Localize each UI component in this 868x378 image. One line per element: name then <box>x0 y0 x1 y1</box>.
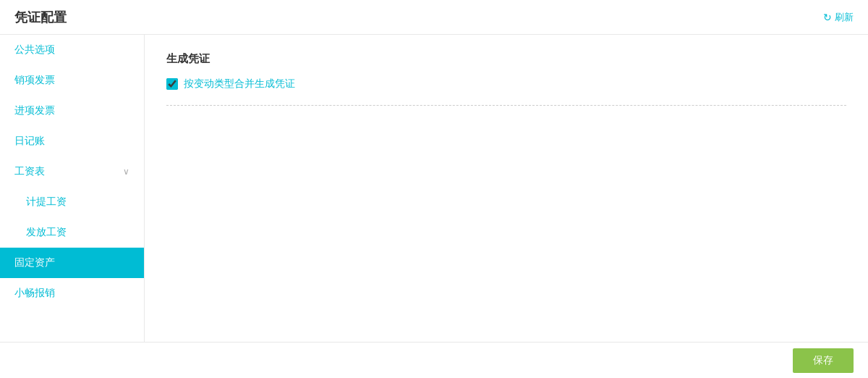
merge-by-type-checkbox[interactable] <box>166 78 178 90</box>
sidebar-label-payroll-distribute: 发放工资 <box>26 226 67 239</box>
refresh-label: 刷新 <box>835 11 854 24</box>
main-layout: 公共选项销项发票进项发票日记账工资表∨计提工资发放工资固定资产小畅报销 生成凭证… <box>0 35 868 342</box>
header: 凭证配置 ↻ 刷新 <box>0 0 868 35</box>
sidebar-label-journal: 日记账 <box>14 135 45 148</box>
sidebar-label-fixed-assets: 固定资产 <box>14 256 55 269</box>
sidebar-item-sales-invoice[interactable]: 销项发票 <box>0 65 144 96</box>
refresh-icon: ↻ <box>823 12 832 23</box>
sidebar-label-purchase-invoice: 进项发票 <box>14 104 55 117</box>
sidebar-item-payroll-commission[interactable]: 计提工资 <box>0 187 144 217</box>
sidebar-item-purchase-invoice[interactable]: 进项发票 <box>0 96 144 126</box>
sidebar-label-expense-report: 小畅报销 <box>14 287 55 300</box>
sidebar-label-sales-invoice: 销项发票 <box>14 74 55 87</box>
sidebar-item-journal[interactable]: 日记账 <box>0 126 144 156</box>
sidebar-item-expense-report[interactable]: 小畅报销 <box>0 278 144 308</box>
section-title: 生成凭证 <box>166 52 846 66</box>
sidebar-item-payroll-table[interactable]: 工资表∨ <box>0 156 144 187</box>
chevron-down-icon: ∨ <box>123 167 129 177</box>
refresh-button[interactable]: ↻ 刷新 <box>823 11 854 24</box>
sidebar-item-public-options[interactable]: 公共选项 <box>0 35 144 65</box>
sidebar-label-payroll-table: 工资表 <box>14 165 45 178</box>
merge-by-type-label[interactable]: 按变动类型合并生成凭证 <box>184 77 295 91</box>
divider <box>166 105 846 106</box>
sidebar: 公共选项销项发票进项发票日记账工资表∨计提工资发放工资固定资产小畅报销 <box>0 35 145 342</box>
page-title: 凭证配置 <box>14 9 67 26</box>
sidebar-item-fixed-assets[interactable]: 固定资产 <box>0 248 144 278</box>
sidebar-label-public-options: 公共选项 <box>14 43 55 56</box>
sidebar-item-payroll-distribute[interactable]: 发放工资 <box>0 217 144 248</box>
page-wrapper: 凭证配置 ↻ 刷新 公共选项销项发票进项发票日记账工资表∨计提工资发放工资固定资… <box>0 0 868 378</box>
footer: 保存 <box>0 342 868 378</box>
checkbox-row: 按变动类型合并生成凭证 <box>166 77 846 91</box>
save-button[interactable]: 保存 <box>793 348 854 373</box>
sidebar-label-payroll-commission: 计提工资 <box>26 196 67 209</box>
content-area: 生成凭证 按变动类型合并生成凭证 <box>145 35 868 342</box>
